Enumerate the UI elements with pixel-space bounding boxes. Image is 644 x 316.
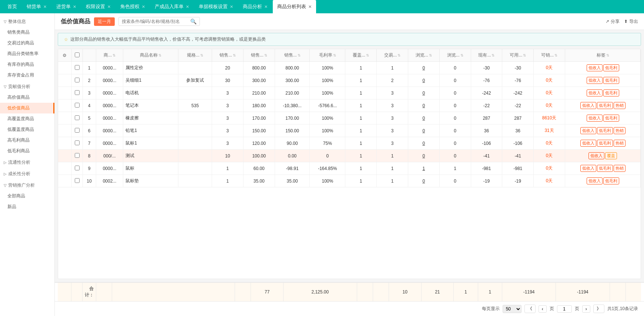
row-checkbox[interactable] — [75, 140, 80, 145]
sidebar-item-high-coverage[interactable]: 高覆盖度商品 — [0, 113, 54, 124]
browse-1-link[interactable]: 0 — [422, 91, 425, 96]
row-name[interactable]: 电话机 — [123, 87, 178, 99]
nav-product-in[interactable]: 产成品入库单 ✕ — [150, 0, 194, 13]
browse-1-link[interactable]: 0 — [422, 103, 425, 108]
nav-product-analysis-close[interactable]: ✕ — [264, 4, 268, 9]
sidebar-group-overall-header[interactable]: ▽ 整体信息 — [0, 16, 54, 27]
row-browse1[interactable]: 0 — [408, 87, 439, 99]
search-input[interactable] — [122, 19, 188, 24]
row-checkbox[interactable] — [75, 178, 80, 183]
nav-product-analysis[interactable]: 商品分析 ✕ — [238, 0, 272, 13]
nav-product-in-close[interactable]: ✕ — [186, 4, 189, 9]
col-sales1[interactable]: 销售...⇅ — [243, 49, 275, 62]
row-name[interactable]: 铅笔1 — [123, 125, 178, 137]
settings-icon[interactable]: ⚙ — [63, 53, 67, 58]
nav-purchase[interactable]: 进货单 ✕ — [52, 0, 81, 13]
row-checkbox[interactable] — [75, 153, 80, 158]
export-button[interactable]: ⬆ 导出 — [624, 18, 638, 25]
browse-1-link[interactable]: 0 — [422, 179, 425, 184]
filter-button[interactable]: 近一月 — [94, 17, 115, 26]
sidebar-item-new-products[interactable]: 新品 — [0, 201, 54, 212]
row-browse1[interactable]: 0 — [408, 150, 439, 162]
sidebar-item-capital[interactable]: 库存资金占用 — [0, 70, 54, 81]
col-settings[interactable]: ⚙ — [58, 49, 71, 62]
row-checkbox[interactable] — [75, 103, 80, 108]
share-button[interactable]: ↗ 分享 — [606, 18, 620, 25]
col-spec[interactable]: 规格...⇅ — [178, 49, 212, 62]
nav-template[interactable]: 单据模板设置 ✕ — [194, 0, 238, 13]
browse-1-link[interactable]: 0 — [422, 141, 425, 146]
nav-sales-close[interactable]: ✕ — [43, 4, 47, 9]
col-browse2[interactable]: 浏览...⇅ — [439, 49, 471, 62]
row-name[interactable]: 橡皮擦 — [123, 112, 178, 125]
browse-1-link[interactable]: 1 — [422, 166, 425, 171]
col-stock[interactable]: 现有...⇅ — [471, 49, 502, 62]
col-name[interactable]: 商品名称⇅ — [123, 49, 178, 62]
sidebar-group-contribution-header[interactable]: ▽ 贡献值分析 — [0, 81, 54, 92]
row-name[interactable]: 吴细细1 — [123, 74, 178, 87]
col-trade[interactable]: 交易...⇅ — [377, 49, 408, 62]
col-avail[interactable]: 可用...⇅ — [502, 49, 534, 62]
row-browse1[interactable]: 1 — [408, 162, 439, 175]
page-size-select[interactable]: 50 100 200 — [503, 305, 521, 313]
row-checkbox[interactable] — [75, 128, 80, 133]
select-all-checkbox[interactable] — [75, 52, 80, 57]
row-browse1[interactable]: 0 — [408, 74, 439, 87]
row-browse1[interactable]: 0 — [408, 137, 439, 150]
row-browse1[interactable]: 0 — [408, 112, 439, 125]
sidebar-group-marketing-header[interactable]: ▽ 营销推广分析 — [0, 180, 54, 191]
row-checkbox[interactable] — [75, 78, 80, 82]
page-input[interactable] — [557, 305, 572, 313]
row-checkbox[interactable] — [75, 166, 80, 170]
row-name[interactable]: 测试 — [123, 150, 178, 162]
nav-purchase-close[interactable]: ✕ — [73, 4, 76, 9]
col-coverage[interactable]: 覆盖...⇅ — [345, 49, 377, 62]
nav-product-list[interactable]: 商品分析列表 ✕ — [273, 0, 316, 13]
col-sales2[interactable]: 销售...⇅ — [275, 49, 310, 62]
first-page-button[interactable]: 《 — [524, 305, 536, 313]
row-checkbox[interactable] — [75, 90, 80, 95]
browse-1-link[interactable]: 0 — [422, 128, 425, 133]
nav-permission[interactable]: 权限设置 ✕ — [81, 0, 115, 13]
sidebar-item-high-margin[interactable]: 高毛利商品 — [0, 135, 54, 146]
nav-role-close[interactable]: ✕ — [142, 4, 145, 9]
prev-page-button[interactable]: ‹ — [539, 305, 547, 313]
browse-1-link[interactable]: 0 — [422, 65, 425, 71]
row-browse1[interactable]: 0 — [408, 125, 439, 137]
search-icon[interactable]: 🔍 — [190, 18, 197, 24]
nav-product-list-close[interactable]: ✕ — [308, 4, 312, 9]
nav-home[interactable]: 首页 — [3, 0, 21, 13]
row-checkbox[interactable] — [75, 65, 80, 70]
col-qty[interactable]: 销售...⇅ — [212, 49, 244, 62]
col-tags[interactable]: 标签⇅ — [565, 49, 641, 62]
nav-role[interactable]: 角色授权 ✕ — [116, 0, 150, 13]
row-checkbox[interactable] — [75, 115, 80, 120]
col-browse1[interactable]: 浏览...⇅ — [408, 49, 439, 62]
row-name[interactable]: 鼠标垫 — [123, 175, 178, 187]
nav-sales[interactable]: 销货单 ✕ — [22, 0, 51, 13]
row-browse1[interactable]: 0 — [408, 99, 439, 112]
sidebar-item-category-rate[interactable]: 商品分类销售率 — [0, 48, 54, 59]
nav-template-close[interactable]: ✕ — [230, 4, 233, 9]
col-code[interactable]: 商...⇅ — [96, 49, 123, 62]
row-name[interactable]: 鼠标 — [123, 162, 178, 175]
row-name[interactable]: 属性定价 — [123, 62, 178, 74]
sidebar-item-low-value[interactable]: 低价值商品 — [0, 103, 54, 113]
next-page-button[interactable]: › — [582, 305, 590, 313]
row-browse1[interactable]: 0 — [408, 62, 439, 74]
browse-1-link[interactable]: 0 — [422, 116, 425, 121]
col-gross[interactable]: 毛利率⇅ — [310, 49, 345, 62]
sidebar-item-sales-products[interactable]: 销售类商品 — [0, 27, 54, 38]
row-browse1[interactable]: 0 — [408, 175, 439, 187]
browse-1-link[interactable]: 0 — [422, 78, 425, 83]
sidebar-item-traded-products[interactable]: 交易过的商品 — [0, 38, 54, 48]
nav-permission-close[interactable]: ✕ — [107, 4, 111, 9]
sidebar-group-flow-header[interactable]: ▷ 流通性分析 — [0, 157, 54, 168]
sidebar-item-stock-products[interactable]: 有库存的商品 — [0, 59, 54, 70]
sidebar-item-high-value[interactable]: 高价值商品 — [0, 92, 54, 103]
row-name[interactable]: 鼠标1 — [123, 137, 178, 150]
sidebar-item-low-coverage[interactable]: 低覆盖度商品 — [0, 124, 54, 135]
sidebar-item-low-margin[interactable]: 低毛利商品 — [0, 146, 54, 156]
browse-1-link[interactable]: 0 — [422, 153, 425, 159]
sidebar-item-all-products[interactable]: 全部商品 — [0, 191, 54, 201]
